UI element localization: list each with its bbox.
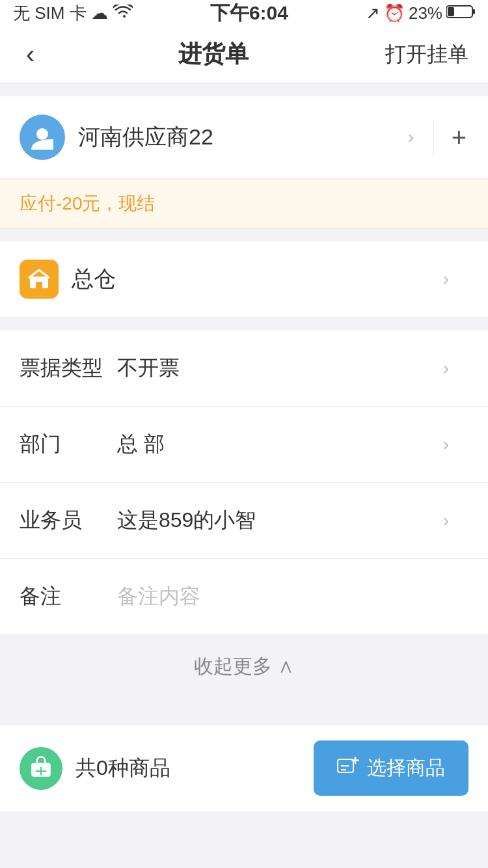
svg-point-3 [36, 128, 48, 140]
staff-label: 业务员 [20, 506, 104, 535]
status-time: 下午6:04 [210, 0, 288, 27]
warehouse-icon [20, 260, 59, 299]
warehouse-chevron-icon: › [443, 269, 449, 290]
product-icon [20, 747, 62, 790]
warehouse-row[interactable]: 总仓 › [0, 228, 488, 318]
back-button[interactable]: ‹ [20, 33, 41, 75]
page-background [0, 811, 488, 868]
remark-label: 备注 [20, 582, 104, 611]
dept-value: 总 部 [104, 430, 443, 459]
alarm-icon: ⏰ [384, 3, 405, 23]
status-bar: 无 SIM 卡 ☁ 下午6:04 ↗ ⏰ 23% [0, 0, 488, 26]
staff-row[interactable]: 业务员 这是859的小智 › [0, 483, 488, 559]
add-supplier-button[interactable]: + [433, 120, 468, 155]
bottom-bar: 共0种商品 选择商品 [0, 724, 488, 811]
dept-row[interactable]: 部门 总 部 › [0, 407, 488, 483]
location-icon: ↗ [366, 3, 380, 23]
select-product-icon [337, 757, 359, 780]
supplier-chevron-icon: › [408, 127, 414, 148]
top-spacer [0, 83, 488, 96]
open-pending-button[interactable]: 打开挂单 [385, 40, 468, 69]
invoice-row[interactable]: 票据类型 不开票 › [0, 331, 488, 407]
collapse-button[interactable]: 收起更多 ∧ [0, 634, 488, 698]
product-count: 共0种商品 [75, 754, 314, 783]
invoice-chevron-icon: › [443, 358, 449, 379]
battery-label: 23% [409, 3, 442, 23]
sim-label: 无 SIM 卡 ☁ [13, 2, 108, 25]
wifi-icon [113, 3, 133, 23]
supplier-name: 河南供应商22 [78, 122, 408, 152]
form-section: 票据类型 不开票 › 部门 总 部 › 业务员 这是859的小智 › 备注 备注… [0, 318, 488, 634]
staff-chevron-icon: › [443, 510, 449, 531]
svg-rect-2 [448, 7, 454, 16]
svg-rect-1 [472, 9, 475, 14]
dept-chevron-icon: › [443, 434, 449, 455]
warehouse-name: 总仓 [72, 264, 443, 294]
nav-bar: ‹ 进货单 打开挂单 [0, 26, 488, 83]
invoice-label: 票据类型 [20, 354, 104, 383]
select-product-label: 选择商品 [367, 755, 445, 781]
invoice-value: 不开票 [104, 354, 443, 383]
remark-input[interactable]: 备注内容 [104, 582, 468, 611]
supplier-avatar [20, 115, 65, 160]
svg-rect-5 [36, 282, 42, 288]
staff-value: 这是859的小智 [104, 506, 443, 535]
select-product-button[interactable]: 选择商品 [314, 740, 468, 796]
supplier-section: 河南供应商22 › + 应付-20元，现结 [0, 96, 488, 228]
remark-row[interactable]: 备注 备注内容 [0, 559, 488, 634]
status-right: ↗ ⏰ 23% [366, 3, 475, 23]
status-left: 无 SIM 卡 ☁ [13, 2, 133, 25]
supplier-row[interactable]: 河南供应商22 › + [0, 96, 488, 179]
page-title: 进货单 [178, 38, 249, 70]
battery-icon [446, 3, 475, 23]
dept-label: 部门 [20, 430, 104, 459]
warning-banner: 应付-20元，现结 [0, 179, 488, 228]
mid-spacer [0, 698, 488, 711]
